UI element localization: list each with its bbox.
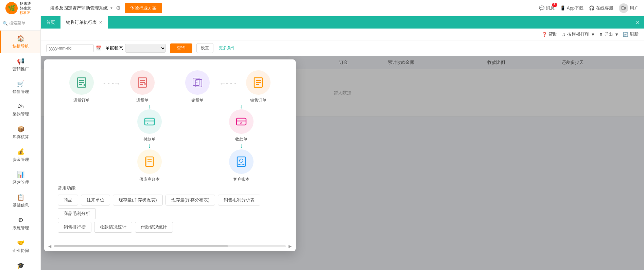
sidebar-item-system[interactable]: ⚙ 系统管理 <box>0 212 40 235</box>
tab-home[interactable]: 首页 <box>41 16 60 29</box>
customer-ledger-circle <box>229 149 254 174</box>
sidebar-item-label: 库存核算 <box>13 134 29 140</box>
flow-node-supplier-ledger[interactable]: 供应商账本 <box>129 149 170 182</box>
refresh-button[interactable]: 🔄 刷新 <box>623 31 639 37</box>
down-arrow-supplier: ↓ <box>129 142 170 149</box>
basic-info-icon: 📋 <box>17 194 24 201</box>
sidebar-item-marketing[interactable]: 📢 营销推广 <box>0 53 40 76</box>
sales-bill-circle <box>185 70 210 95</box>
modal-body: 进货订单 - - -→ 进货单 <box>44 59 296 241</box>
sidebar-item-label: 营销推广 <box>13 66 29 72</box>
sidebar-item-label: 销售管理 <box>13 89 29 95</box>
export-dropdown-icon: ▼ <box>614 32 619 37</box>
scroll-left-arrow[interactable]: ◀ <box>48 244 51 249</box>
sidebar-search[interactable]: 🔍 搜索菜单 <box>0 16 40 31</box>
flow-node-customer-ledger[interactable]: 客户账本 <box>221 149 262 182</box>
sidebar-item-basic-info[interactable]: 📋 基础信息 <box>0 190 40 212</box>
window-close-button[interactable]: ✕ <box>636 19 640 26</box>
scroll-right-arrow[interactable]: ▶ <box>289 244 292 249</box>
modal-overlay[interactable]: 进货订单 - - -→ 进货单 <box>41 56 644 270</box>
flow-node-payment[interactable]: ¥ 付款单 <box>129 109 170 142</box>
func-btn-product-margin[interactable]: 商品毛利分析 <box>58 208 96 219</box>
print-label: 按模板打印 <box>567 31 589 37</box>
tab-home-label: 首页 <box>46 19 55 25</box>
marketing-icon: 📢 <box>17 57 24 65</box>
inventory-icon: 📦 <box>17 125 24 133</box>
system-dropdown-arrow[interactable]: ▼ <box>110 6 113 10</box>
help-button[interactable]: ❓ 帮助 <box>542 31 557 37</box>
scroll-track[interactable] <box>54 245 286 247</box>
flow-node-sales-order[interactable]: 销售订单 <box>238 70 279 103</box>
tab-close-icon[interactable]: ✕ <box>99 20 102 25</box>
system-title-text: 装备及固定资产辅助管理系统 <box>50 5 108 11</box>
s3 <box>170 142 221 149</box>
print-button[interactable]: 🖨 按模板打印 ▼ <box>561 31 595 37</box>
export-button[interactable]: ⬆ 导出 ▼ <box>599 31 619 37</box>
sidebar-item-label: 企业协同 <box>13 248 29 254</box>
sidebar-item-enterprise[interactable]: 🤝 企业协同 <box>0 235 40 258</box>
help-icon: ❓ <box>542 32 547 37</box>
common-functions: 常用功能 商品 往来单位 现存量(库存状况表) 现存量(库存分布表) 销售毛利分… <box>58 185 282 233</box>
sales-icon: 🛒 <box>17 80 24 88</box>
experience-button[interactable]: 体验行业方案 <box>125 3 162 13</box>
sidebar-item-inventory[interactable]: 📦 库存核算 <box>0 121 40 144</box>
s1 <box>61 142 102 149</box>
export-label: 导出 <box>604 31 613 37</box>
purchase-bill-circle <box>130 70 155 95</box>
search-button[interactable]: 查询 <box>170 43 192 53</box>
svg-rect-27 <box>145 158 146 166</box>
flow-down-arrows-2: ↓ ↓ <box>58 142 282 149</box>
sidebar-item-purchase[interactable]: 🛍 采购管理 <box>0 99 40 121</box>
tab-sales-order-label: 销售订单执行表 <box>66 19 97 25</box>
online-service-button[interactable]: 🎧 在线客服 <box>589 5 613 11</box>
user-menu[interactable]: Ea 用户 <box>619 3 639 13</box>
spacer-2 <box>102 103 129 109</box>
func-btn-partner[interactable]: 往来单位 <box>81 195 110 205</box>
calendar-icon[interactable]: 📅 <box>96 46 101 51</box>
print-icon: 🖨 <box>561 32 566 37</box>
app-download-button[interactable]: 📱 App下载 <box>560 5 584 11</box>
date-input[interactable] <box>46 44 94 52</box>
arrow-1: - - -→ <box>103 79 121 94</box>
settings-icon[interactable]: ⚙ <box>116 5 121 11</box>
sidebar-item-label: 资金管理 <box>13 157 29 163</box>
message-button[interactable]: 💬 消息 5 <box>539 5 555 11</box>
func-btn-payment-stats[interactable]: 付款情况统计 <box>135 222 173 233</box>
func-btn-sales-rank[interactable]: 销售排行榜 <box>58 222 91 233</box>
sidebar-item-finance[interactable]: 💰 资金管理 <box>0 144 40 167</box>
sales-bill-label: 销货单 <box>191 97 204 103</box>
logo-area: 🌿 畅康通 好生意 标准版 <box>5 1 46 15</box>
sidebar-item-quick-nav[interactable]: 🏠 快捷导航 <box>0 31 40 53</box>
sidebar-item-operations[interactable]: 📊 经营管理 <box>0 167 40 190</box>
func-btn-product[interactable]: 商品 <box>58 195 78 205</box>
page-toolbar: ❓ 帮助 🖨 按模板打印 ▼ ⬆ 导出 ▼ 🔄 刷新 <box>41 29 644 40</box>
spacer-4 <box>262 103 279 109</box>
status-select[interactable] <box>125 44 166 53</box>
sidebar-item-sales[interactable]: 🛒 销售管理 <box>0 76 40 99</box>
func-btn-stock-dist[interactable]: 现存量(库存分布表) <box>166 195 215 205</box>
finance-icon: 💰 <box>17 148 24 156</box>
down-arrow-customer: ↓ <box>221 142 262 149</box>
flow-diagram: 进货订单 - - -→ 进货单 <box>58 70 282 182</box>
help-label: 帮助 <box>549 31 557 37</box>
flow-node-purchase-bill[interactable]: 进货单 <box>122 70 163 103</box>
more-conditions-button[interactable]: 更多条件 <box>219 45 235 51</box>
logo-sub: 好生意 <box>20 6 31 11</box>
set-button[interactable]: 设置 <box>196 43 213 53</box>
purchase-bill-label: 进货单 <box>136 97 149 103</box>
search-label: 搜索菜单 <box>9 20 25 26</box>
flow-node-sales-bill[interactable]: 销货单 <box>177 70 218 103</box>
service-icon: 🎧 <box>589 5 594 11</box>
tab-sales-order[interactable]: 销售订单执行表 ✕ <box>60 16 108 29</box>
flow-node-receipt[interactable]: ¥ 收款单 <box>221 109 262 142</box>
func-btn-stock-status[interactable]: 现存量(库存状况表) <box>113 195 163 205</box>
logo-icon: 🌿 <box>5 2 18 14</box>
sidebar-item-guide[interactable]: 🎓 新手引导 <box>0 258 40 270</box>
flow-down-arrows: ↓ ↓ <box>58 103 282 109</box>
svg-text:¥: ¥ <box>240 122 242 125</box>
quick-nav-modal: 进货订单 - - -→ 进货单 <box>44 59 296 251</box>
func-btn-sales-margin[interactable]: 销售毛利分析表 <box>218 195 260 205</box>
flow-node-purchase-order[interactable]: 进货订单 <box>61 70 102 103</box>
func-btn-receipt-stats[interactable]: 收款情况统计 <box>94 222 132 233</box>
flow-row-2: ¥ 付款单 ¥ <box>58 109 282 142</box>
